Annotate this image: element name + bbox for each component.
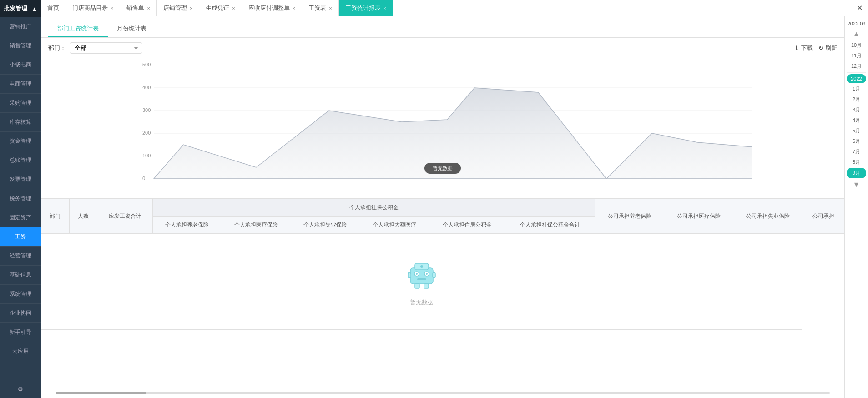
timeline-month-8[interactable]: 8月 <box>845 157 868 167</box>
sidebar-item-ecommerce-small[interactable]: 小畅电商 <box>0 55 41 75</box>
sidebar-item-ecommerce[interactable]: 电商管理 <box>0 75 41 94</box>
timeline-nav-down[interactable]: ▼ <box>851 179 862 191</box>
sidebar-item-finance[interactable]: 资金管理 <box>0 132 41 151</box>
sidebar-item-payroll[interactable]: 工资 <box>0 227 41 247</box>
col-personal-total: 个人承担社保公积金合计 <box>505 217 595 234</box>
col-headcount: 人数 <box>69 199 97 234</box>
tab-close-sales-order[interactable]: × <box>147 5 150 11</box>
tab-close-store-mgmt[interactable]: × <box>190 5 192 11</box>
svg-point-21 <box>426 273 428 275</box>
sub-tab-dept-stats[interactable]: 部门工资统计表 <box>48 21 108 37</box>
timeline-month-11[interactable]: 11月 <box>845 50 868 61</box>
download-button[interactable]: ⬇ 下载 <box>794 44 813 52</box>
refresh-icon: ↻ <box>818 45 823 51</box>
gear-icon: ⚙ <box>18 386 23 393</box>
dept-select[interactable]: 全部 <box>70 42 142 54</box>
tab-close-payroll-table[interactable]: × <box>329 5 332 11</box>
timeline-panel: 2022.09 ▲ 10月 11月 12月 2022 1月 2月 3月 <box>844 16 868 398</box>
tab-close-production-voucher[interactable]: × <box>232 5 235 11</box>
scrollbar-thumb[interactable] <box>56 392 146 394</box>
timeline-month-9[interactable]: 9月 <box>847 168 866 178</box>
sidebar-item-enterprise[interactable]: 企业协同 <box>0 304 41 323</box>
timeline-month-2[interactable]: 2月 <box>845 94 868 105</box>
tab-sales-order[interactable]: 销售单 × <box>120 0 156 16</box>
empty-icon <box>404 257 440 293</box>
svg-rect-15 <box>410 268 433 284</box>
timeline-month-7[interactable]: 7月 <box>845 146 868 157</box>
timeline-month-12[interactable]: 12月 <box>845 61 868 71</box>
tab-bar-close-button[interactable]: ✕ <box>855 4 864 12</box>
tab-close-payroll-report[interactable]: × <box>384 5 386 11</box>
sidebar-item-assets[interactable]: 固定资产 <box>0 208 41 227</box>
sidebar-item-cloud[interactable]: 云应用 <box>0 342 41 361</box>
timeline-nav-up[interactable]: ▲ <box>851 28 862 40</box>
table-area[interactable]: 部门 人数 应发工资合计 个人承担社保公积金 公司承担养老保险 公司承担医疗保险… <box>41 198 844 388</box>
tab-payroll-table[interactable]: 工资表 × <box>302 0 338 16</box>
timeline-year-display: 2022.09 <box>846 19 868 28</box>
sidebar-item-tax[interactable]: 税务管理 <box>0 189 41 208</box>
col-dept: 部门 <box>41 199 70 234</box>
sidebar-item-purchase[interactable]: 采购管理 <box>0 94 41 113</box>
timeline-month-5[interactable]: 5月 <box>845 126 868 136</box>
svg-text:暂无数据: 暂无数据 <box>433 166 453 171</box>
sidebar-expand-icon: ▲ <box>31 5 37 12</box>
timeline-year-2022[interactable]: 2022 <box>847 74 866 83</box>
tab-close-store-catalog[interactable]: × <box>111 5 113 11</box>
tab-close-receivables[interactable]: × <box>293 5 295 11</box>
timeline-month-3[interactable]: 3月 <box>845 105 868 115</box>
tab-bar-actions: ✕ <box>851 4 868 12</box>
empty-cell: 暂无数据 <box>41 234 802 330</box>
tab-receivables[interactable]: 应收应付调整单 × <box>242 0 302 16</box>
sidebar-item-ledger[interactable]: 总账管理 <box>0 151 41 170</box>
svg-text:500: 500 <box>142 62 151 67</box>
svg-point-17 <box>420 265 423 268</box>
col-personal-housing: 个人承担住房公积金 <box>429 217 505 234</box>
sidebar-item-sales[interactable]: 销售管理 <box>0 36 41 55</box>
sidebar-item-operations[interactable]: 经营管理 <box>0 247 41 266</box>
sidebar-item-marketing[interactable]: 营销推广 <box>0 17 41 36</box>
sidebar: 批发管理 ▲ 营销推广 销售管理 小畅电商 电商管理 采购管理 库存核算 资金管… <box>0 0 41 398</box>
svg-text:200: 200 <box>142 130 151 136</box>
svg-text:100: 100 <box>142 153 151 158</box>
svg-rect-26 <box>424 284 429 288</box>
sidebar-header-label: 批发管理 <box>4 5 27 13</box>
timeline-month-4[interactable]: 4月 <box>845 115 868 126</box>
timeline-month-6[interactable]: 6月 <box>845 136 868 146</box>
sidebar-item-base[interactable]: 基础信息 <box>0 266 41 285</box>
dept-filter-label: 部门： <box>48 44 66 52</box>
svg-rect-24 <box>433 272 435 278</box>
sub-tab-month-stats[interactable]: 月份统计表 <box>108 21 156 37</box>
sidebar-item-inventory[interactable]: 库存核算 <box>0 113 41 132</box>
tab-home[interactable]: 首页 <box>41 0 66 16</box>
tab-store-catalog[interactable]: 门店商品目录 × <box>66 0 120 16</box>
col-total-salary: 应发工资合计 <box>97 199 153 234</box>
col-personal-unemployment: 个人承担失业保险 <box>291 217 360 234</box>
timeline-month-10[interactable]: 10月 <box>845 40 868 50</box>
empty-state: 暂无数据 <box>47 238 797 325</box>
sidebar-settings[interactable]: ⚙ <box>0 380 41 398</box>
sidebar-item-guide[interactable]: 新手引导 <box>0 323 41 342</box>
sidebar-header[interactable]: 批发管理 ▲ <box>0 0 41 17</box>
page-content: 部门工资统计表 月份统计表 部门： 全部 ⬇ 下载 <box>41 16 844 398</box>
svg-rect-22 <box>417 278 426 280</box>
sidebar-item-system[interactable]: 系统管理 <box>0 285 41 304</box>
tab-production-voucher[interactable]: 生成凭证 × <box>199 0 242 16</box>
tab-store-mgmt[interactable]: 店铺管理 × <box>157 0 199 16</box>
chart-wrapper: 500 400 300 200 100 0 <box>41 58 844 195</box>
refresh-button[interactable]: ↻ 刷新 <box>818 44 837 52</box>
svg-point-20 <box>416 273 418 275</box>
main-area: 首页 门店商品目录 × 销售单 × 店铺管理 × 生成凭证 × 应收应付调整单 … <box>41 0 868 398</box>
timeline-divider <box>847 72 866 73</box>
download-icon: ⬇ <box>794 45 799 51</box>
tab-payroll-report[interactable]: 工资统计报表 × <box>339 0 393 16</box>
timeline-month-1[interactable]: 1月 <box>845 84 868 94</box>
sidebar-item-invoice[interactable]: 发票管理 <box>0 170 41 189</box>
svg-text:300: 300 <box>142 107 151 113</box>
svg-rect-23 <box>408 272 411 278</box>
empty-text: 暂无数据 <box>410 298 434 307</box>
svg-text:400: 400 <box>142 85 151 90</box>
horizontal-scrollbar[interactable] <box>56 392 830 394</box>
sub-tabs: 部门工资统计表 月份统计表 <box>41 16 844 38</box>
svg-rect-25 <box>415 284 419 288</box>
data-table: 部门 人数 应发工资合计 个人承担社保公积金 公司承担养老保险 公司承担医疗保险… <box>41 199 844 330</box>
